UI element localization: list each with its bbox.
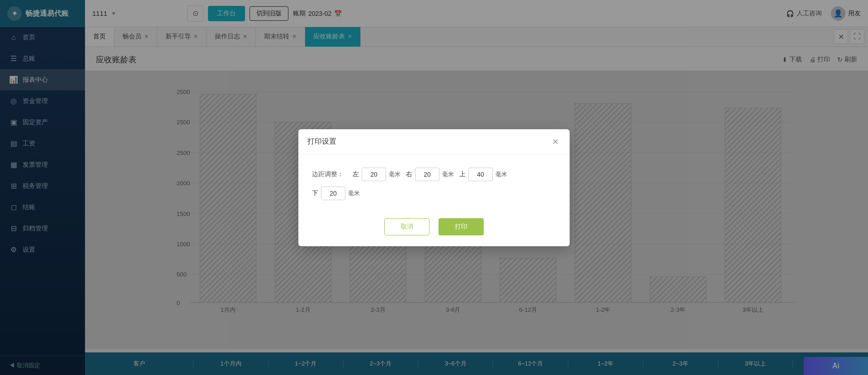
- margin-bottom-input[interactable]: [321, 187, 345, 200]
- margin-group-right: 右 毫米: [406, 168, 454, 181]
- modal-header: 打印设置 ✕: [298, 129, 570, 155]
- margin-bottom-unit: 毫米: [348, 189, 360, 197]
- cancel-button[interactable]: 取消: [384, 218, 429, 235]
- margin-top-input[interactable]: [468, 168, 493, 181]
- modal-overlay: 打印设置 ✕ 边距调整： 左 毫米 右 毫米 上 毫米: [0, 0, 868, 375]
- margin-left-input[interactable]: [362, 168, 386, 181]
- print-settings-modal: 打印设置 ✕ 边距调整： 左 毫米 右 毫米 上 毫米: [298, 129, 570, 246]
- modal-close-button[interactable]: ✕: [550, 136, 561, 147]
- margin-right-label: 右: [406, 170, 412, 178]
- confirm-print-button[interactable]: 打印: [439, 218, 484, 235]
- margin-row: 边距调整： 左 毫米 右 毫米 上 毫米 下: [312, 168, 556, 200]
- margin-top-label: 上: [459, 170, 466, 178]
- margin-group-left: 左 毫米: [353, 168, 401, 181]
- margin-left-label: 左: [353, 170, 359, 178]
- margin-group-bottom: 下 毫米: [312, 187, 360, 200]
- margin-bottom-label: 下: [312, 189, 318, 197]
- margin-label: 边距调整：: [312, 170, 344, 178]
- margin-top-unit: 毫米: [495, 170, 507, 178]
- modal-body: 边距调整： 左 毫米 右 毫米 上 毫米 下: [298, 155, 570, 211]
- margin-right-input[interactable]: [415, 168, 439, 181]
- modal-footer: 取消 打印: [298, 211, 570, 246]
- modal-title: 打印设置: [307, 137, 336, 146]
- margin-group-top: 上 毫米: [459, 168, 507, 181]
- margin-left-unit: 毫米: [389, 170, 401, 178]
- margin-right-unit: 毫米: [442, 170, 454, 178]
